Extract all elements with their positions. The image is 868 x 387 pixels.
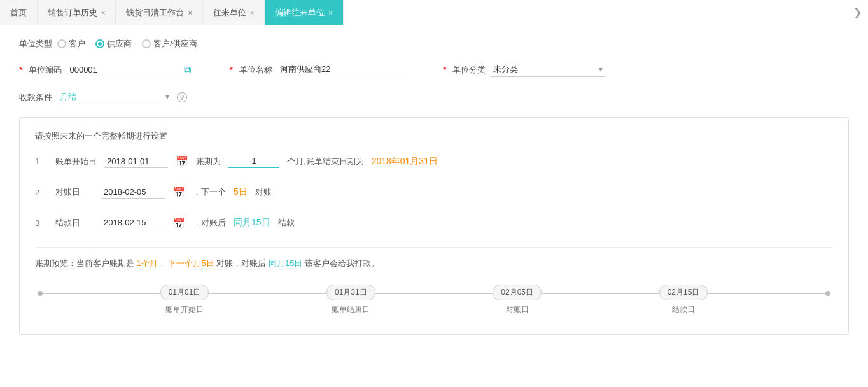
payment-suffix: 结款 xyxy=(278,217,295,229)
payment-day-highlight: 同月15日 xyxy=(234,217,270,229)
unit-type-radio-group: 客户 供应商 客户/供应商 xyxy=(57,38,197,50)
timeline-seg-2 xyxy=(375,293,493,294)
payment-terms-label: 收款条件 xyxy=(19,92,52,103)
timeline-seg-1 xyxy=(209,293,326,294)
timeline-node1-sub: 账单开始日 xyxy=(165,304,204,315)
end-date-highlight: 2018年01月31日 xyxy=(372,156,438,167)
unit-name-label: 单位名称 xyxy=(239,64,272,76)
preview-p2: 下一个月5日 xyxy=(168,258,214,268)
payment-terms-field: 收款条件 月结 ▾ ? xyxy=(19,90,187,104)
row3-num: 3 xyxy=(35,218,48,228)
row2-num: 2 xyxy=(35,188,48,197)
timeline-node3-label: 02月05日 xyxy=(493,285,542,300)
tab-home-label: 首页 xyxy=(10,7,27,18)
unit-code-input[interactable] xyxy=(67,64,179,76)
main-content: 单位类型 客户 供应商 客户/供应商 * 单位编码 xyxy=(0,25,868,387)
radio-customer-circle xyxy=(57,39,66,48)
settings-section: 请按照未来的一个完整帐期进行设置 1 账单开始日 📅 账期为 个月,账单结束日期… xyxy=(19,117,849,335)
unit-category-select[interactable]: 未分类 ▾ xyxy=(491,62,605,77)
timeline-node1-label: 01月01日 xyxy=(160,285,209,300)
radio-both-circle xyxy=(142,39,151,48)
row1-label: 账单开始日 xyxy=(55,156,97,167)
unit-category-required: * xyxy=(443,65,446,75)
tab-cash-work[interactable]: 钱货日清工作台 × xyxy=(116,0,202,25)
reconcile-prefix: ，下一个 xyxy=(193,186,226,198)
tab-sales-history[interactable]: 销售订单历史 × xyxy=(38,0,116,25)
timeline-node-1: 01月01日 账单开始日 xyxy=(160,285,209,315)
timeline-node4-label: 02月15日 xyxy=(659,285,708,300)
tab-sales-history-label: 销售订单历史 xyxy=(48,7,97,18)
start-date-cal-icon[interactable]: 📅 xyxy=(176,155,188,167)
tab-edit-partner-label: 编辑往来单位 xyxy=(275,7,325,18)
period-prefix: 账期为 xyxy=(196,156,221,167)
tab-partners-label: 往来单位 xyxy=(213,7,246,18)
timeline-node-3: 02月05日 对账日 xyxy=(493,285,542,315)
radio-both-label: 客户/供应商 xyxy=(153,38,197,50)
unit-code-field: * 单位编码 ⧉ xyxy=(19,64,191,76)
unit-category-chevron: ▾ xyxy=(599,65,603,74)
tab-partners-close[interactable]: × xyxy=(250,9,254,17)
reconcile-suffix: 对账 xyxy=(255,186,272,198)
tab-bar: 首页 销售订单历史 × 钱货日清工作台 × 往来单位 × 编辑往来单位 × ❯ xyxy=(0,0,868,25)
reconcile-date-row: 2 对账日 📅 ，下一个 5日 对账 xyxy=(35,186,833,199)
radio-customer[interactable]: 客户 xyxy=(57,38,85,50)
timeline: 01月01日 账单开始日 01月31日 账单结束日 02月05日 对账日 xyxy=(35,285,833,321)
unit-name-input[interactable] xyxy=(277,64,405,76)
reconcile-date-cal-icon[interactable]: 📅 xyxy=(172,186,185,199)
radio-both[interactable]: 客户/供应商 xyxy=(142,38,197,50)
period-input[interactable] xyxy=(228,155,279,168)
timeline-seg-3 xyxy=(542,293,659,294)
unit-code-copy-icon[interactable]: ⧉ xyxy=(184,64,191,76)
unit-code-label: 单位编码 xyxy=(29,64,62,76)
radio-supplier-circle xyxy=(95,39,104,48)
timeline-node-4: 02月15日 结款日 xyxy=(659,285,708,315)
section-title: 请按照未来的一个完整帐期进行设置 xyxy=(35,130,833,142)
unit-code-required: * xyxy=(19,65,22,75)
payment-date-input[interactable] xyxy=(101,216,165,229)
radio-supplier-label: 供应商 xyxy=(107,38,132,50)
reconcile-date-input[interactable] xyxy=(101,186,165,199)
tab-partners[interactable]: 往来单位 × xyxy=(203,0,265,25)
start-date-input[interactable] xyxy=(104,155,168,168)
unit-type-label: 单位类型 xyxy=(19,38,52,50)
tab-expand-button[interactable]: ❯ xyxy=(847,0,868,25)
payment-terms-help-icon[interactable]: ? xyxy=(177,92,187,102)
row1-num: 1 xyxy=(35,157,48,166)
preview-section: 账期预览：当前客户账期是 1个月， 下一个月5日 对账，对账后 同月15日 该客… xyxy=(35,247,833,269)
preview-p3: 同月15日 xyxy=(269,258,302,268)
tab-sales-history-close[interactable]: × xyxy=(101,9,105,17)
unit-info-row: * 单位编码 ⧉ * 单位名称 * 单位分类 未分类 ▾ xyxy=(19,62,849,77)
unit-name-required: * xyxy=(229,65,232,75)
payment-terms-row: 收款条件 月结 ▾ ? xyxy=(19,90,849,104)
timeline-seg-0 xyxy=(43,293,160,294)
timeline-node3-sub: 对账日 xyxy=(506,304,529,315)
preview-post: 该客户会给我打款。 xyxy=(305,258,379,268)
tab-cash-work-label: 钱货日清工作台 xyxy=(126,7,184,18)
payment-terms-chevron: ▾ xyxy=(165,92,169,101)
radio-supplier[interactable]: 供应商 xyxy=(95,38,132,50)
preview-p1: 1个月， xyxy=(137,258,166,268)
tab-home[interactable]: 首页 xyxy=(0,0,38,25)
unit-category-field: * 单位分类 未分类 ▾ xyxy=(443,62,605,77)
unit-name-field: * 单位名称 xyxy=(229,64,404,76)
unit-type-row: 单位类型 客户 供应商 客户/供应商 xyxy=(19,38,849,50)
payment-terms-value: 月结 xyxy=(60,91,162,102)
timeline-seg-4 xyxy=(708,293,825,294)
timeline-dot-right xyxy=(825,291,830,296)
timeline-node2-label: 01月31日 xyxy=(326,285,375,300)
unit-category-label: 单位分类 xyxy=(452,64,486,76)
payment-terms-select[interactable]: 月结 ▾ xyxy=(57,90,172,104)
radio-customer-label: 客户 xyxy=(69,38,85,50)
payment-prefix: ，对账后 xyxy=(193,217,226,229)
timeline-dot-left xyxy=(38,291,43,296)
timeline-node2-sub: 账单结束日 xyxy=(332,304,370,315)
timeline-node4-sub: 结款日 xyxy=(672,304,695,315)
tab-edit-partner-close[interactable]: × xyxy=(328,9,332,17)
tab-cash-work-close[interactable]: × xyxy=(188,9,192,17)
row3-label: 结款日 xyxy=(55,217,94,229)
reconcile-day-highlight: 5日 xyxy=(234,186,248,198)
payment-date-cal-icon[interactable]: 📅 xyxy=(172,217,185,229)
tab-edit-partner[interactable]: 编辑往来单位 × xyxy=(265,0,343,25)
start-date-row: 1 账单开始日 📅 账期为 个月,账单结束日期为 2018年01月31日 xyxy=(35,155,833,168)
payment-date-row: 3 结款日 📅 ，对账后 同月15日 结款 xyxy=(35,216,833,229)
